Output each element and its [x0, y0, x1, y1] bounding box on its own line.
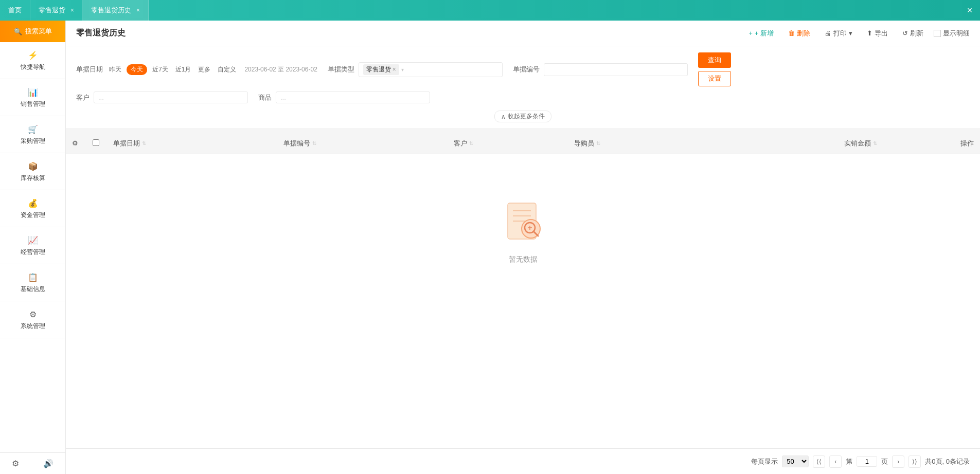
- tab-home[interactable]: 首页: [0, 0, 30, 21]
- bill-no-sort-icon[interactable]: ⇅: [312, 140, 316, 146]
- sidebar-item-label: 销售管理: [21, 100, 45, 108]
- tab-retail-return-history[interactable]: 零售退货历史 ×: [83, 0, 149, 21]
- show-detail-toggle[interactable]: 显示明细: [934, 29, 970, 38]
- per-page-select[interactable]: 20 50 100 200: [782, 455, 809, 467]
- page-number-input[interactable]: [857, 456, 877, 467]
- sidebar-item-business[interactable]: 📈 经营管理: [0, 227, 65, 264]
- refresh-icon: ↺: [902, 29, 908, 37]
- page-header: 零售退货历史 + + 新增 🗑 删除 🖨 打印 ▾ ⬆ 导出: [66, 21, 980, 46]
- sidebar-item-label: 系统管理: [21, 322, 45, 331]
- customer-placeholder: ...: [98, 94, 104, 101]
- date-options: 昨天 今天 近7天 近1月 更多 自定义: [107, 64, 238, 75]
- bill-type-dropdown-arrow: ▾: [401, 67, 404, 72]
- main-layout: 🔍 搜索菜单 ⚡ 快捷导航 📊 销售管理 🛒 采购管理 📦 库存核算 💰: [0, 21, 980, 474]
- bill-no-filter-group: 单据编号: [513, 63, 688, 76]
- bill-type-label: 单据类型: [328, 65, 354, 74]
- customer-filter-group: 客户 ...: [76, 92, 248, 103]
- goods-placeholder: ...: [280, 94, 286, 101]
- th-checkbox[interactable]: [86, 133, 107, 154]
- amount-sort-icon[interactable]: ⇅: [873, 140, 877, 146]
- inventory-icon: 📦: [27, 160, 39, 172]
- collapse-icon: ∧: [501, 113, 506, 120]
- per-page-label: 每页显示: [751, 457, 778, 466]
- page-title: 零售退货历史: [76, 28, 126, 39]
- sidebar-item-finance[interactable]: 💰 资金管理: [0, 190, 65, 227]
- th-bill-no: 单据编号 ⇅: [277, 133, 448, 154]
- audio-bottom-icon[interactable]: 🔊: [43, 459, 54, 468]
- sidebar-item-label: 资金管理: [21, 211, 45, 220]
- tab-retail-return-history-close[interactable]: ×: [136, 7, 140, 14]
- bill-date-sort-icon[interactable]: ⇅: [142, 140, 146, 146]
- show-detail-checkbox[interactable]: [934, 30, 941, 37]
- date-opt-7days[interactable]: 近7天: [150, 64, 170, 75]
- bill-no-input[interactable]: [544, 63, 688, 76]
- sidebar-nav: ⚡ 快捷导航 📊 销售管理 🛒 采购管理 📦 库存核算 💰 资金管理 📈: [0, 42, 65, 452]
- date-opt-today[interactable]: 今天: [127, 64, 147, 75]
- bill-type-filter-group: 单据类型 零售退货 × ▾: [328, 62, 503, 77]
- bill-type-select-box[interactable]: 零售退货 × ▾: [359, 62, 503, 77]
- sidebar-search[interactable]: 🔍 搜索菜单: [0, 21, 65, 42]
- next-page-button[interactable]: ›: [892, 455, 904, 468]
- export-button[interactable]: ⬆ 导出: [863, 27, 892, 40]
- goods-select-box[interactable]: ...: [276, 92, 430, 103]
- date-opt-custom[interactable]: 自定义: [216, 64, 238, 75]
- filter-area: 单据日期 昨天 今天 近7天 近1月 更多 自定义 2023-06-02 至 2…: [66, 46, 980, 129]
- new-button[interactable]: + + 新增: [744, 27, 778, 40]
- customer-label: 客户: [76, 93, 90, 102]
- empty-illustration: [497, 195, 549, 247]
- th-bill-date: 单据日期 ⇅: [107, 133, 277, 154]
- print-button[interactable]: 🖨 打印 ▾: [821, 27, 857, 40]
- last-page-button[interactable]: ⟩⟩: [908, 455, 921, 468]
- th-guide: 导购员 ⇅: [568, 133, 713, 154]
- sidebar-item-quick-nav[interactable]: ⚡ 快捷导航: [0, 42, 65, 79]
- bill-type-tag-close[interactable]: ×: [393, 66, 396, 73]
- sidebar-item-basic-info[interactable]: 📋 基础信息: [0, 264, 65, 301]
- gear-icon[interactable]: ⚙: [72, 139, 78, 147]
- sidebar-search-label: 搜索菜单: [25, 27, 52, 36]
- basic-info-icon: 📋: [27, 271, 39, 283]
- guide-sort-icon[interactable]: ⇅: [596, 140, 600, 146]
- settings-button[interactable]: 设置: [698, 71, 731, 86]
- query-button[interactable]: 查询: [698, 52, 731, 68]
- tab-retail-return-close[interactable]: ×: [70, 7, 74, 14]
- empty-text: 暂无数据: [509, 255, 538, 264]
- date-opt-1month[interactable]: 近1月: [173, 64, 193, 75]
- refresh-button[interactable]: ↺ 刷新: [898, 27, 928, 40]
- sidebar-item-label: 采购管理: [21, 137, 45, 145]
- first-page-button[interactable]: ⟨⟨: [813, 455, 825, 468]
- finance-icon: 💰: [27, 197, 39, 209]
- th-customer: 客户 ⇅: [448, 133, 567, 154]
- empty-state-row: 暂无数据: [66, 154, 980, 305]
- select-all-checkbox[interactable]: [93, 139, 99, 146]
- customer-select-box[interactable]: ...: [94, 92, 248, 103]
- sidebar: 🔍 搜索菜单 ⚡ 快捷导航 📊 销售管理 🛒 采购管理 📦 库存核算 💰: [0, 21, 66, 474]
- tab-bar: 首页 零售退货 × 零售退货历史 ×: [0, 0, 959, 21]
- date-opt-more[interactable]: 更多: [196, 64, 212, 75]
- sidebar-item-inventory[interactable]: 📦 库存核算: [0, 153, 65, 190]
- delete-button[interactable]: 🗑 删除: [784, 27, 814, 40]
- business-icon: 📈: [27, 234, 39, 246]
- settings-bottom-icon[interactable]: ⚙: [12, 459, 19, 468]
- pagination-bar: 每页显示 20 50 100 200 ⟨⟨ ‹ 第 页 › ⟩⟩ 共0页, 0条…: [66, 448, 980, 474]
- customer-sort-icon[interactable]: ⇅: [469, 140, 473, 146]
- sidebar-item-purchase[interactable]: 🛒 采购管理: [0, 116, 65, 153]
- collapse-row: ∧ 收起更多条件: [76, 108, 970, 124]
- sidebar-item-system[interactable]: ⚙ 系统管理: [0, 301, 65, 338]
- content-area: 零售退货历史 + + 新增 🗑 删除 🖨 打印 ▾ ⬆ 导出: [66, 21, 980, 474]
- table-container: ⚙ 单据日期 ⇅ 单据编号: [66, 133, 980, 448]
- sidebar-item-sales[interactable]: 📊 销售管理: [0, 79, 65, 116]
- th-amount: 实销金额 ⇅: [713, 133, 883, 154]
- collapse-button[interactable]: ∧ 收起更多条件: [494, 111, 551, 122]
- prev-page-button[interactable]: ‹: [829, 455, 842, 468]
- th-gear[interactable]: ⚙: [66, 133, 86, 154]
- top-bar: 首页 零售退货 × 零售退货历史 × ×: [0, 0, 980, 21]
- date-opt-yesterday[interactable]: 昨天: [107, 64, 123, 75]
- new-icon: +: [749, 29, 753, 37]
- sales-icon: 📊: [27, 86, 39, 98]
- th-action: 操作: [883, 133, 980, 154]
- data-table: ⚙ 单据日期 ⇅ 单据编号: [66, 133, 980, 305]
- window-close-button[interactable]: ×: [959, 0, 980, 21]
- sidebar-item-label: 库存核算: [21, 174, 45, 183]
- purchase-icon: 🛒: [27, 123, 39, 135]
- tab-retail-return[interactable]: 零售退货 ×: [30, 0, 83, 21]
